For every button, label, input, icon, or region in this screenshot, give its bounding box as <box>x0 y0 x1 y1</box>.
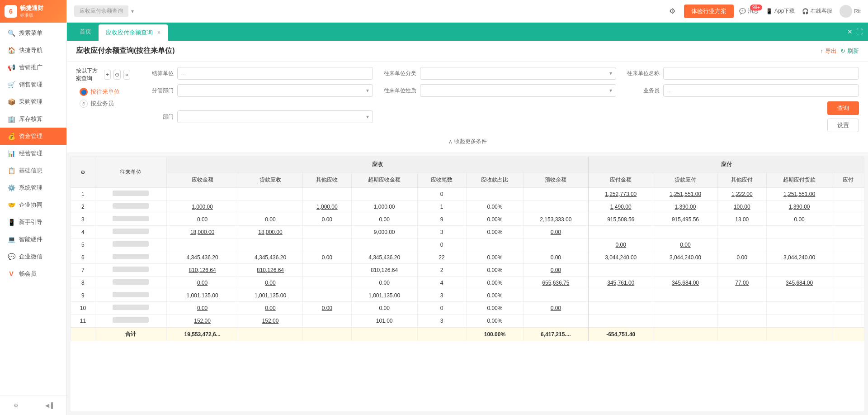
table-cell[interactable]: 3,044,240.00 <box>653 251 718 264</box>
table-cell[interactable]: 1,251,551.00 <box>653 188 718 200</box>
table-cell[interactable]: 0.00 <box>302 251 351 264</box>
topbar-settings-btn[interactable]: ⚙ <box>666 5 679 18</box>
table-cell[interactable]: 1,000.00 <box>166 200 238 213</box>
sidebar-item-wechat[interactable]: 💬 企业微信 <box>0 248 66 265</box>
table-cell[interactable]: 1,001,135.00 <box>166 289 238 302</box>
partner-nature-input[interactable]: ▾ <box>420 84 616 97</box>
sidebar-item-operation[interactable]: 📊 经营管理 <box>0 145 66 162</box>
table-cell[interactable]: 100.00 <box>717 200 766 213</box>
sidebar-item-guide[interactable]: 📱 新手引导 <box>0 214 66 231</box>
table-cell[interactable]: 0.00 <box>524 264 588 277</box>
sidebar-item-collab[interactable]: 🤝 企业协同 <box>0 196 66 214</box>
method-salesperson[interactable]: ⏱ 按业务员 <box>76 98 130 110</box>
table-cell[interactable]: 4,345,436.20 <box>166 251 238 264</box>
table-cell[interactable]: 1,001,135.00 <box>238 289 303 302</box>
dept-input[interactable]: ▾ <box>177 110 373 123</box>
table-cell[interactable]: 345,684.00 <box>766 277 832 289</box>
add-scheme-btn[interactable]: + <box>104 70 111 80</box>
set-button[interactable]: 设置 <box>827 119 859 132</box>
table-cell[interactable]: 915,495.56 <box>653 213 718 226</box>
sidebar-item-label: 企业微信 <box>19 253 42 261</box>
app-download-btn[interactable]: 📱 App下载 <box>766 7 795 15</box>
refresh-button[interactable]: ↻ 刷新 <box>840 47 859 55</box>
table-cell[interactable]: 1,390.00 <box>766 200 832 213</box>
salesperson-input[interactable]: ... <box>663 84 859 97</box>
table-cell[interactable]: 0.00 <box>524 302 588 315</box>
online-service-btn[interactable]: 🎧 在线客服 <box>802 7 832 15</box>
sidebar-item-sales[interactable]: 🛒 销售管理 <box>0 76 66 93</box>
sidebar-settings-btn[interactable]: ⚙ <box>9 400 23 411</box>
sidebar-item-basic[interactable]: 📋 基础信息 <box>0 162 66 179</box>
method-partner[interactable]: 🔵 按往来单位 <box>76 86 130 98</box>
table-cell: 0 <box>417 302 466 315</box>
sidebar-item-inventory[interactable]: 🏢 库存核算 <box>0 110 66 128</box>
collapse-scheme-btn[interactable]: « <box>123 70 130 80</box>
table-cell[interactable]: 1,000.00 <box>302 200 351 213</box>
table-cell[interactable]: 810,126.64 <box>166 264 238 277</box>
solution-button[interactable]: 体验行业方案 <box>684 5 734 18</box>
query-button[interactable]: 查询 <box>827 101 859 115</box>
table-cell[interactable]: 1,222.00 <box>717 188 766 200</box>
th-settings[interactable]: ⚙ <box>71 157 95 188</box>
table-cell[interactable]: 1,252,773.00 <box>588 188 653 200</box>
table-cell[interactable]: 0.00 <box>166 213 238 226</box>
table-cell[interactable]: 3,044,240.00 <box>766 251 832 264</box>
sidebar-item-search[interactable]: 🔍 搜索菜单 <box>0 24 66 42</box>
table-cell <box>238 188 303 200</box>
table-cell[interactable]: 18,000.00 <box>166 226 238 239</box>
collapse-more-btn[interactable]: ∧ 收起更多条件 <box>76 136 859 149</box>
table-cell[interactable]: 0.00 <box>524 251 588 264</box>
table-cell[interactable]: 0.00 <box>238 277 303 289</box>
sidebar-item-finance[interactable]: 💰 资金管理 <box>0 128 66 145</box>
table-cell[interactable]: 0.00 <box>166 302 238 315</box>
table-cell[interactable]: 1,251,551.00 <box>766 188 832 200</box>
table-cell[interactable]: 915,508.56 <box>588 213 653 226</box>
tab-close-icon[interactable]: × <box>157 29 160 36</box>
table-cell[interactable]: 0.00 <box>302 302 351 315</box>
table-cell[interactable]: 345,684.00 <box>653 277 718 289</box>
messages-btn[interactable]: 💬 消息 99+ <box>739 7 759 15</box>
table-cell[interactable]: 1,390.00 <box>653 200 718 213</box>
export-button[interactable]: ↑ 导出 <box>821 47 837 55</box>
table-cell[interactable]: 13.00 <box>717 213 766 226</box>
table-cell[interactable]: 655,636.75 <box>524 277 588 289</box>
table-cell[interactable]: 77.00 <box>717 277 766 289</box>
tab-active[interactable]: 应收应付余额查询 × <box>99 24 168 41</box>
table-cell[interactable]: 152.00 <box>166 315 238 328</box>
tabbar-close-btn[interactable]: ✕ <box>847 28 853 35</box>
table-cell[interactable]: 18,000.00 <box>238 226 303 239</box>
user-btn[interactable]: Rit <box>840 5 861 18</box>
table-cell: 101.00 <box>351 315 417 328</box>
sidebar-item-quick[interactable]: 🏠 快捷导航 <box>0 42 66 59</box>
table-cell[interactable]: 0.00 <box>588 239 653 251</box>
sidebar-item-purchase[interactable]: 📦 采购管理 <box>0 93 66 110</box>
table-cell[interactable]: 0.00 <box>302 213 351 226</box>
table-cell[interactable]: 810,126.64 <box>238 264 303 277</box>
table-cell[interactable]: 345,761.00 <box>588 277 653 289</box>
table-cell[interactable]: 0.00 <box>524 226 588 239</box>
tabbar-expand-btn[interactable]: ⛶ <box>856 28 863 35</box>
sidebar-item-hardware[interactable]: 💻 智能硬件 <box>0 231 66 248</box>
settings-scheme-btn[interactable]: ⊙ <box>113 70 120 80</box>
sidebar-item-marketing[interactable]: 📢 营销推广 <box>0 59 66 76</box>
sidebar-item-system[interactable]: ⚙️ 系统管理 <box>0 179 66 196</box>
settlement-input[interactable]: ... <box>177 67 373 80</box>
table-cell[interactable]: 0.00 <box>238 302 303 315</box>
table-cell[interactable]: 0.00 <box>766 213 832 226</box>
partner-name-input[interactable] <box>663 67 859 80</box>
table-cell[interactable]: 152.00 <box>238 315 303 328</box>
table-cell[interactable]: 3,044,240.00 <box>588 251 653 264</box>
table-cell[interactable]: 0.00 <box>238 213 303 226</box>
table-cell[interactable]: 4,345,436.20 <box>238 251 303 264</box>
table-cell[interactable]: 1,490.00 <box>588 200 653 213</box>
partner-category-input[interactable]: ▾ <box>420 67 616 80</box>
table-cell[interactable]: 0.00 <box>653 239 718 251</box>
table-cell[interactable]: 0.00 <box>166 277 238 289</box>
sidebar-item-member[interactable]: V 畅会员 <box>0 265 66 282</box>
branch-dept-input[interactable]: ▾ <box>177 84 373 97</box>
tab-home[interactable]: 首页 <box>72 23 99 41</box>
sidebar-collapse-btn[interactable]: ◀▐ <box>41 400 58 411</box>
table-cell[interactable]: 0.00 <box>717 251 766 264</box>
topbar-dropdown-icon[interactable]: ▾ <box>131 8 134 14</box>
table-cell[interactable]: 2,153,333.00 <box>524 213 588 226</box>
